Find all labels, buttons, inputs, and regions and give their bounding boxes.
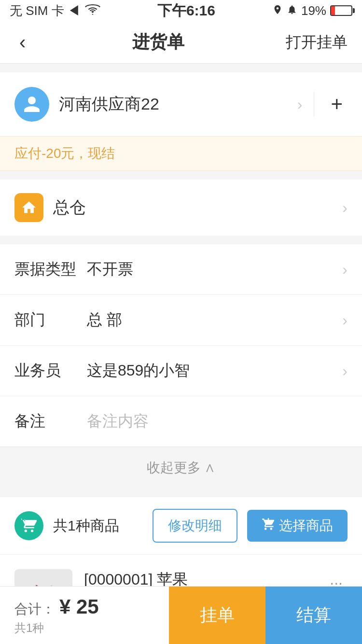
warehouse-name: 总仓 — [53, 196, 342, 219]
warehouse-icon — [14, 193, 43, 222]
supplier-name: 河南供应商22 — [59, 93, 297, 115]
warehouse-row[interactable]: 总仓 › — [0, 180, 362, 236]
collapse-label: 收起更多 ∧ — [147, 460, 216, 475]
edit-detail-button[interactable]: 修改明细 — [153, 509, 237, 543]
location-icon — [272, 3, 283, 18]
salesperson-chevron-icon: › — [342, 362, 348, 380]
settle-button[interactable]: 结算 — [265, 587, 362, 644]
bottom-bar: 合计： ¥ 25 共1种 挂单 结算 — [0, 586, 362, 644]
status-bar: 无 SIM 卡 ◀ 下午6:16 19% — [0, 0, 362, 21]
department-chevron-icon: › — [342, 311, 348, 329]
invoice-type-value: 不开票 — [87, 259, 342, 280]
warehouse-section: 总仓 › — [0, 180, 362, 236]
add-supplier-button[interactable]: + — [326, 93, 348, 116]
divider — [314, 92, 314, 116]
form-section: 票据类型 不开票 › 部门 总 部 › 业务员 这是859的小智 › 备注 备注… — [0, 244, 362, 447]
nav-bar: ‹ 进货单 打开挂单 — [0, 21, 362, 64]
product-code: [0000001] — [84, 571, 153, 588]
page-title: 进货单 — [132, 30, 184, 54]
status-left: 无 SIM 卡 ◀ — [10, 2, 100, 19]
salesperson-row[interactable]: 业务员 这是859的小智 › — [0, 346, 362, 396]
collapse-row[interactable]: 收起更多 ∧ — [0, 447, 362, 489]
department-row[interactable]: 部门 总 部 › — [0, 295, 362, 346]
alarm-icon — [287, 3, 297, 18]
battery-icon — [330, 5, 352, 16]
supplier-row[interactable]: 河南供应商22 › + — [0, 72, 362, 136]
select-product-button[interactable]: 选择商品 — [247, 510, 348, 542]
supplier-section: 河南供应商22 › + 应付-20元，现结 — [0, 72, 362, 171]
department-value: 总 部 — [87, 309, 342, 331]
products-count: 共1种商品 — [53, 516, 143, 536]
select-product-label: 选择商品 — [279, 517, 333, 535]
remark-label: 备注 — [14, 411, 82, 432]
total-amount: ¥ 25 — [59, 595, 99, 618]
invoice-chevron-icon: › — [342, 261, 348, 279]
sim-status: 无 SIM 卡 ◀ — [10, 2, 80, 19]
invoice-type-row[interactable]: 票据类型 不开票 › — [0, 244, 362, 295]
remark-row[interactable]: 备注 备注内容 — [0, 396, 362, 447]
wifi-icon — [85, 3, 100, 18]
supplier-avatar — [14, 87, 49, 122]
salesperson-value: 这是859的小智 — [87, 360, 342, 381]
salesperson-label: 业务员 — [14, 360, 82, 381]
status-time: 下午6:16 — [157, 1, 215, 21]
supplier-chevron-icon: › — [297, 96, 303, 113]
back-button[interactable]: ‹ — [14, 27, 30, 58]
supplier-notice: 应付-20元，现结 — [0, 136, 362, 171]
products-icon — [14, 511, 43, 540]
battery-percent: 19% — [301, 3, 326, 18]
product-title: 苹果 — [157, 571, 188, 588]
total-label: 合计： — [14, 602, 55, 616]
open-pending-button[interactable]: 打开挂单 — [286, 32, 348, 53]
hang-order-button[interactable]: 挂单 — [169, 587, 265, 644]
invoice-type-label: 票据类型 — [14, 259, 82, 280]
cart-icon — [262, 518, 275, 534]
bottom-total: 合计： ¥ 25 共1种 — [0, 595, 169, 636]
department-label: 部门 — [14, 309, 82, 331]
warehouse-chevron-icon: › — [342, 199, 348, 217]
total-sub: 共1种 — [14, 620, 154, 636]
remark-input[interactable]: 备注内容 — [87, 411, 348, 432]
status-right: 19% — [272, 3, 352, 18]
products-header: 共1种商品 修改明细 选择商品 — [0, 497, 362, 555]
